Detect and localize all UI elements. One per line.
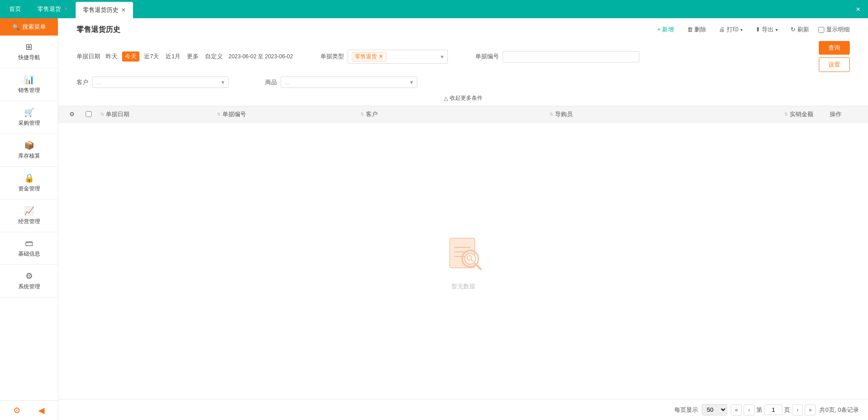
table-container: ⚙ ⇅ 单据日期 ⇅ 单据编号 ⇅ 客户 ⇅ (58, 106, 868, 399)
voucher-number-input[interactable] (503, 51, 639, 62)
export-button[interactable]: ⬆ 导出 ▾ (752, 24, 782, 36)
tab-return-history-close[interactable]: ✕ (121, 7, 126, 13)
top-bar-right-close[interactable]: ✕ (856, 6, 868, 13)
date-opt-1month[interactable]: 近1月 (164, 51, 182, 61)
tab-return-close[interactable]: ✕ (64, 6, 68, 12)
sidebar-item-system-mgmt[interactable]: ⚙ 系统管理 (0, 265, 58, 297)
th-customer-label: 客户 (366, 110, 378, 118)
sidebar-item-operations-mgmt[interactable]: 📈 经营管理 (0, 200, 58, 232)
per-page-select[interactable]: 10 20 50 100 (702, 404, 727, 415)
total-info: 共0页, 0条记录 (819, 406, 859, 414)
sidebar-bottom: ⚙ ◀ (0, 400, 58, 420)
print-button[interactable]: 🖨 打印 ▾ (715, 24, 746, 36)
settings-column-icon: ⚙ (69, 111, 75, 118)
th-settings[interactable]: ⚙ (64, 111, 80, 118)
finance-icon: 🔒 (24, 173, 34, 183)
sidebar-item-quick-nav-label: 快捷导航 (18, 54, 40, 61)
goods-select[interactable]: ... ▾ (281, 77, 417, 88)
th-number-label: 单据编号 (222, 110, 246, 118)
show-detail-checkbox-label[interactable]: 显示明细 (818, 26, 850, 34)
collapse-label: 收起更多条件 (450, 94, 483, 102)
sidebar: 🔍 搜索菜单 ⊞ 快捷导航 📊 销售管理 🛒 采购管理 📦 库存核算 🔒 资金管… (0, 18, 58, 420)
prev-page-button[interactable]: ‹ (744, 405, 755, 415)
new-button[interactable]: + 新增 (653, 24, 678, 36)
collapse-up-icon: △ (444, 95, 448, 102)
sidebar-item-finance-mgmt[interactable]: 🔒 资金管理 (0, 167, 58, 200)
sidebar-item-finance-label: 资金管理 (18, 185, 40, 193)
goods-placeholder: ... (285, 79, 290, 86)
customer-select[interactable]: ... ▾ (92, 77, 229, 88)
date-range-display: 2023-06-02 至 2023-06-02 (228, 53, 293, 61)
voucher-type-clear-icon[interactable]: ✕ (379, 53, 383, 60)
tab-home[interactable]: 首页 (0, 0, 30, 18)
filter-actions: 查询 设置 (819, 41, 850, 72)
sidebar-search-label: 搜索菜单 (22, 23, 46, 31)
sort-amount-icon[interactable]: ⇅ (784, 112, 788, 117)
date-opt-custom[interactable]: 自定义 (203, 51, 225, 61)
collapse-sidebar-icon[interactable]: ◀ (38, 405, 45, 415)
date-opt-7days[interactable]: 近7天 (142, 51, 161, 61)
sidebar-item-basic-info[interactable]: 🗃 基础信息 (0, 232, 58, 265)
th-date-label: 单据日期 (106, 110, 129, 118)
first-page-button[interactable]: « (731, 405, 742, 415)
page-title-bar: 零售退货历史 + 新增 🗑 删除 🖨 打印 ▾ ⬆ 导出 ▾ (67, 24, 859, 36)
new-label: + 新增 (657, 26, 674, 34)
sidebar-item-sales-mgmt[interactable]: 📊 销售管理 (0, 68, 58, 101)
th-amount: ⇅ 实销金额 (781, 110, 826, 118)
sort-guide-icon[interactable]: ⇅ (550, 112, 553, 117)
th-checkbox[interactable] (80, 111, 97, 117)
refresh-label: ↻ 刷新 (791, 26, 809, 34)
tab-home-label: 首页 (9, 5, 21, 13)
filter-row-1: 单据日期 昨天 今天 近7天 近1月 更多 自定义 2023-06-02 至 2… (77, 41, 850, 72)
date-opt-today[interactable]: 今天 (122, 51, 139, 61)
tab-return[interactable]: 零售退货 ✕ (30, 0, 76, 18)
sidebar-item-purchase-label: 采购管理 (18, 119, 40, 127)
collapse-button[interactable]: △ 收起更多条件 (444, 94, 483, 102)
voucher-type-select[interactable]: 零售退货 ✕ ▾ (348, 50, 448, 64)
last-page-button[interactable]: » (805, 405, 816, 415)
th-date: ⇅ 单据日期 (97, 110, 213, 118)
th-number: ⇅ 单据编号 (213, 110, 357, 118)
collapse-row: △ 收起更多条件 (77, 92, 850, 106)
empty-icon (441, 231, 486, 277)
operations-icon: 📈 (24, 206, 34, 216)
tab-return-history-label: 零售退货历史 (83, 6, 118, 14)
date-opt-more[interactable]: 更多 (185, 51, 200, 61)
tab-return-label: 零售退货 (37, 5, 61, 13)
customer-placeholder: ... (96, 79, 101, 86)
sidebar-search[interactable]: 🔍 搜索菜单 (0, 18, 58, 36)
filter-area: 单据日期 昨天 今天 近7天 近1月 更多 自定义 2023-06-02 至 2… (67, 41, 859, 106)
voucher-type-tag-text: 零售退货 (355, 53, 377, 61)
empty-text: 暂无数据 (452, 282, 475, 291)
page-header: 零售退货历史 + 新增 🗑 删除 🖨 打印 ▾ ⬆ 导出 ▾ (58, 18, 868, 106)
delete-button[interactable]: 🗑 删除 (683, 24, 710, 36)
select-all-checkbox[interactable] (86, 111, 92, 117)
date-opt-yesterday[interactable]: 昨天 (104, 51, 119, 61)
goods-label: 商品 (265, 78, 277, 87)
sidebar-item-stock-calc[interactable]: 📦 库存核算 (0, 134, 58, 167)
filter-voucher-number-item: 单据编号 (475, 51, 639, 62)
customer-arrow-icon: ▾ (221, 79, 225, 86)
main-layout: 🔍 搜索菜单 ⊞ 快捷导航 📊 销售管理 🛒 采购管理 📦 库存核算 🔒 资金管… (0, 18, 868, 420)
query-button[interactable]: 查询 (819, 41, 850, 55)
sidebar-item-purchase-mgmt[interactable]: 🛒 采购管理 (0, 101, 58, 134)
sort-customer-icon[interactable]: ⇅ (360, 112, 364, 117)
settings-button[interactable]: 设置 (819, 57, 850, 72)
sort-number-icon[interactable]: ⇅ (217, 112, 221, 117)
page-nav: « ‹ 第 页 › » (731, 405, 816, 415)
sidebar-item-quick-nav[interactable]: ⊞ 快捷导航 (0, 36, 58, 68)
sort-date-icon[interactable]: ⇅ (100, 112, 104, 117)
tab-return-history[interactable]: 零售退货历史 ✕ (76, 2, 133, 18)
th-customer: ⇅ 客户 (357, 110, 546, 118)
settings-bottom-icon[interactable]: ⚙ (13, 405, 21, 415)
next-page-button[interactable]: › (792, 405, 803, 415)
sidebar-item-basic-label: 基础信息 (18, 250, 40, 258)
svg-line-6 (476, 264, 481, 269)
quick-nav-icon: ⊞ (26, 42, 32, 52)
show-detail-checkbox[interactable] (818, 27, 824, 33)
th-action-label: 操作 (830, 110, 842, 118)
refresh-button[interactable]: ↻ 刷新 (787, 24, 813, 36)
per-page-label: 每页显示 (674, 406, 698, 414)
page-input[interactable] (764, 405, 782, 415)
filter-row-2: 客户 ... ▾ 商品 ... ▾ (77, 77, 850, 88)
